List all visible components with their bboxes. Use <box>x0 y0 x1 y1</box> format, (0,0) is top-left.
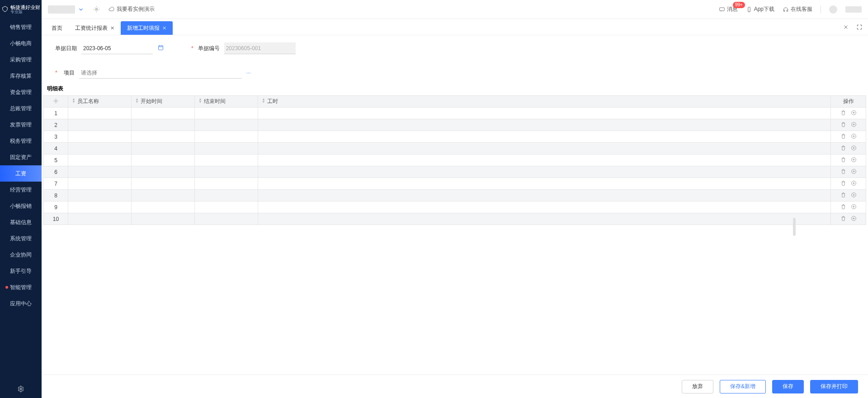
sidebar-item-3[interactable]: 库存核算 <box>0 68 42 84</box>
sidebar-item-5[interactable]: 总账管理 <box>0 100 42 117</box>
delete-row-icon[interactable] <box>840 204 846 211</box>
delete-row-icon[interactable] <box>840 169 846 176</box>
sort-icon[interactable]: ▲▼ <box>262 98 265 103</box>
sidebar-item-8[interactable]: 固定资产 <box>0 149 42 165</box>
username[interactable] <box>845 6 862 13</box>
cell-emp[interactable] <box>68 131 132 143</box>
delete-row-icon[interactable] <box>840 180 846 187</box>
cell-idx[interactable]: 8 <box>44 190 68 201</box>
add-row-icon[interactable] <box>851 215 857 223</box>
cell-hours[interactable] <box>258 131 831 143</box>
org-settings-icon[interactable] <box>91 5 101 14</box>
sidebar-item-7[interactable]: 税务管理 <box>0 133 42 149</box>
sidebar-item-4[interactable]: 资金管理 <box>0 84 42 100</box>
message-button[interactable]: 消息 99+ <box>719 5 738 13</box>
table-row[interactable]: 4 <box>44 143 866 155</box>
sidebar-item-12[interactable]: 基础信息 <box>0 214 42 230</box>
cell-start[interactable] <box>132 131 195 143</box>
cell-emp[interactable] <box>68 201 132 213</box>
cell-emp[interactable] <box>68 190 132 201</box>
cell-start[interactable] <box>132 108 195 119</box>
tab-0[interactable]: 首页 <box>45 21 69 35</box>
sort-icon[interactable]: ▲▼ <box>135 98 139 103</box>
table-row[interactable]: 10 <box>44 213 866 225</box>
add-row-icon[interactable] <box>851 204 857 211</box>
cell-end[interactable] <box>195 108 258 119</box>
sort-icon[interactable]: ▲▼ <box>198 98 202 103</box>
table-row[interactable]: 2 <box>44 119 866 131</box>
add-row-icon[interactable] <box>851 169 857 176</box>
sidebar-item-17[interactable]: 应用中心 <box>0 295 42 312</box>
cell-idx[interactable]: 2 <box>44 119 68 131</box>
cell-hours[interactable] <box>258 155 831 166</box>
cell-emp[interactable] <box>68 166 132 178</box>
cell-emp[interactable] <box>68 143 132 155</box>
cell-hours[interactable] <box>258 143 831 155</box>
add-row-icon[interactable] <box>851 133 857 140</box>
close-icon[interactable]: ✕ <box>162 25 166 31</box>
cell-idx[interactable]: 1 <box>44 108 68 119</box>
delete-row-icon[interactable] <box>840 133 846 140</box>
cell-end[interactable] <box>195 131 258 143</box>
cell-hours[interactable] <box>258 190 831 201</box>
cell-emp[interactable] <box>68 213 132 225</box>
tab-2[interactable]: 新增工时填报✕ <box>121 21 173 35</box>
cell-end[interactable] <box>195 166 258 178</box>
cell-start[interactable] <box>132 213 195 225</box>
cell-emp[interactable] <box>68 178 132 190</box>
sidebar-item-0[interactable]: 销售管理 <box>0 19 42 35</box>
add-row-icon[interactable] <box>851 110 857 117</box>
delete-row-icon[interactable] <box>840 145 846 152</box>
sort-icon[interactable]: ▲▼ <box>72 98 75 103</box>
cell-start[interactable] <box>132 155 195 166</box>
cell-hours[interactable] <box>258 166 831 178</box>
cell-hours[interactable] <box>258 119 831 131</box>
calendar-icon[interactable] <box>157 44 164 52</box>
th-start[interactable]: ▲▼开始时间 <box>132 96 195 108</box>
cell-idx[interactable]: 6 <box>44 166 68 178</box>
delete-row-icon[interactable] <box>840 215 846 223</box>
org-selector[interactable] <box>48 5 84 14</box>
table-row[interactable]: 7 <box>44 178 866 190</box>
save-new-button[interactable]: 保存&新增 <box>720 380 766 393</box>
cell-end[interactable] <box>195 119 258 131</box>
cell-start[interactable] <box>132 143 195 155</box>
save-print-button[interactable]: 保存并打印 <box>810 380 858 393</box>
cell-idx[interactable]: 10 <box>44 213 68 225</box>
th-idx[interactable] <box>44 96 68 108</box>
sidebar-item-11[interactable]: 小畅报销 <box>0 198 42 214</box>
cell-idx[interactable]: 7 <box>44 178 68 190</box>
cell-idx[interactable]: 4 <box>44 143 68 155</box>
cell-end[interactable] <box>195 155 258 166</box>
cell-end[interactable] <box>195 213 258 225</box>
cell-start[interactable] <box>132 201 195 213</box>
app-download-button[interactable]: App下载 <box>746 5 774 13</box>
table-row[interactable]: 1 <box>44 108 866 119</box>
cell-start[interactable] <box>132 190 195 201</box>
cell-emp[interactable] <box>68 108 132 119</box>
cell-end[interactable] <box>195 178 258 190</box>
th-emp[interactable]: ▲▼员工名称 <box>68 96 132 108</box>
cell-start[interactable] <box>132 119 195 131</box>
table-row[interactable]: 3 <box>44 131 866 143</box>
sidebar-item-16[interactable]: 智能管理 <box>0 279 42 295</box>
column-resize-handle[interactable] <box>793 218 796 236</box>
project-more[interactable]: ··· <box>246 70 251 76</box>
demo-link[interactable]: 我要看实例演示 <box>108 5 155 13</box>
cell-start[interactable] <box>132 166 195 178</box>
delete-row-icon[interactable] <box>840 122 846 129</box>
discard-button[interactable]: 放弃 <box>682 380 713 393</box>
sidebar-item-10[interactable]: 经营管理 <box>0 182 42 198</box>
table-row[interactable]: 6 <box>44 166 866 178</box>
cell-idx[interactable]: 3 <box>44 131 68 143</box>
expand-icon[interactable] <box>854 22 864 32</box>
sidebar-item-6[interactable]: 发票管理 <box>0 117 42 133</box>
tabs-close-all[interactable] <box>841 22 851 32</box>
sidebar-settings[interactable] <box>0 380 42 398</box>
add-row-icon[interactable] <box>851 192 857 199</box>
cell-idx[interactable]: 5 <box>44 155 68 166</box>
table-row[interactable]: 9 <box>44 201 866 213</box>
sidebar-item-1[interactable]: 小畅电商 <box>0 35 42 52</box>
cell-end[interactable] <box>195 201 258 213</box>
add-row-icon[interactable] <box>851 180 857 187</box>
